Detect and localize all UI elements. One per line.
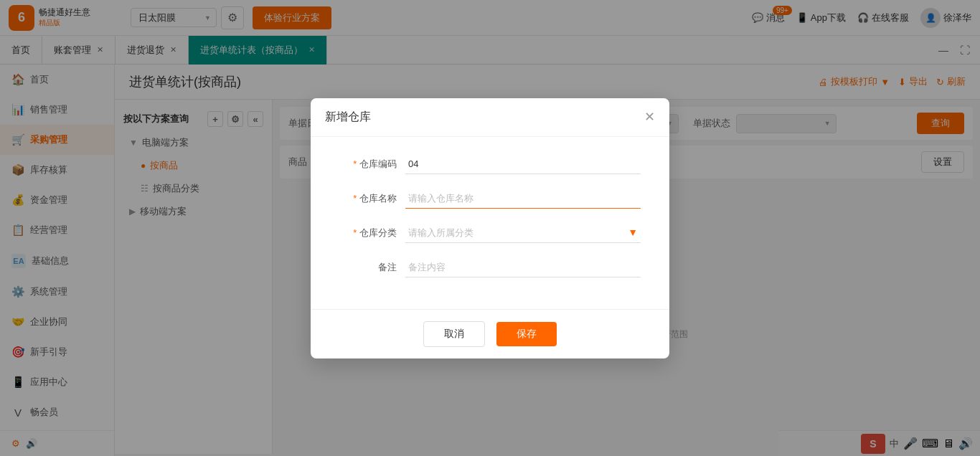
form-row-note: 备注 xyxy=(339,257,641,277)
form-row-name: 仓库名称 xyxy=(339,189,641,209)
form-row-category: 仓库分类 请输入所属分类 ▼ xyxy=(339,223,641,243)
modal-footer: 取消 保存 xyxy=(311,309,669,358)
name-input[interactable] xyxy=(405,189,641,209)
modal: 新增仓库 ✕ 仓库编码 仓库名称 仓库分类 请输入所属分类 ▼ xyxy=(311,98,669,358)
save-button[interactable]: 保存 xyxy=(496,322,557,346)
overlay[interactable]: 新增仓库 ✕ 仓库编码 仓库名称 仓库分类 请输入所属分类 ▼ xyxy=(0,0,980,456)
modal-close-btn[interactable]: ✕ xyxy=(644,110,655,123)
code-input[interactable] xyxy=(405,154,641,174)
code-label: 仓库编码 xyxy=(339,158,397,171)
modal-body: 仓库编码 仓库名称 仓库分类 请输入所属分类 ▼ 备注 xyxy=(311,137,669,309)
modal-title: 新增仓库 xyxy=(325,110,371,125)
form-row-code: 仓库编码 xyxy=(339,154,641,174)
category-select[interactable]: 请输入所属分类 xyxy=(405,223,641,242)
category-select-wrap[interactable]: 请输入所属分类 ▼ xyxy=(405,223,641,243)
cancel-button[interactable]: 取消 xyxy=(423,321,485,347)
modal-header: 新增仓库 ✕ xyxy=(311,98,669,137)
note-label: 备注 xyxy=(339,261,397,274)
name-label: 仓库名称 xyxy=(339,192,397,205)
category-label: 仓库分类 xyxy=(339,227,397,239)
note-input[interactable] xyxy=(405,257,641,277)
